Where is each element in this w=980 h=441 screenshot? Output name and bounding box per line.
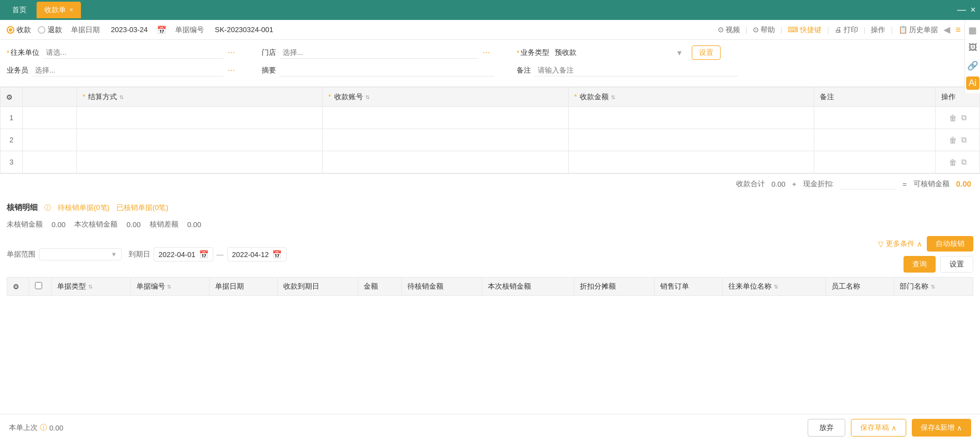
table-gear-th[interactable]: ⚙: [1, 88, 23, 107]
row-2-amount[interactable]: [568, 129, 814, 151]
verif-info-icon[interactable]: ⓘ: [44, 203, 51, 213]
due-to-input[interactable]: 2022-04-12 📅: [227, 247, 287, 261]
unchecked-value: 0.00: [52, 221, 65, 229]
sidebar-ai-icon[interactable]: Ai: [966, 76, 979, 90]
sort-icon-2[interactable]: ⇅: [611, 94, 615, 100]
save-draft-button[interactable]: 保存草稿 ∧: [851, 419, 906, 437]
discount-input[interactable]: [840, 178, 896, 189]
select-all-checkbox[interactable]: [35, 282, 42, 289]
running-total-info-icon[interactable]: ⓘ: [40, 423, 47, 433]
scroll-right-icon[interactable]: ≡: [956, 25, 961, 35]
receipt-radio[interactable]: 收款: [7, 25, 31, 35]
row-3-copy-icon[interactable]: ⧉: [961, 157, 967, 167]
query-btn[interactable]: 查询: [904, 256, 936, 273]
scroll-left-icon[interactable]: ◀: [943, 24, 950, 35]
row-1-remark[interactable]: [814, 107, 936, 129]
row-1-amount[interactable]: [568, 107, 814, 129]
print-btn[interactable]: 🖨 打印: [835, 25, 858, 35]
verif-sort-0[interactable]: ⇅: [88, 284, 93, 290]
due-to-cal-icon[interactable]: 📅: [272, 250, 282, 259]
row-2-payment[interactable]: [76, 129, 323, 151]
tab-home[interactable]: 首页: [4, 2, 34, 18]
auto-verify-btn[interactable]: 自动核销: [927, 236, 973, 252]
shortcut-btn[interactable]: ⌨ 快捷键: [788, 25, 821, 35]
staff-input[interactable]: [32, 64, 223, 76]
row-1-copy-icon[interactable]: ⧉: [961, 113, 967, 122]
row-3-num: 3: [1, 151, 23, 173]
store-more-btn[interactable]: ···: [478, 48, 494, 58]
verif-filter-row: 单据范围 ▼ 到期日 2022-04-01 📅 — 2022-04-: [7, 236, 973, 273]
sidebar-table-icon[interactable]: ▦: [966, 23, 979, 37]
receipt-table-container: ⚙ * 结算方式 ⇅ * 收款账号 ⇅ * 收款金额: [0, 87, 980, 194]
th-account: * 收款账号 ⇅: [323, 88, 569, 107]
sidebar-link-icon[interactable]: 🔗: [966, 59, 979, 72]
business-type-field: * 业务类型 预收款 ▼: [517, 48, 683, 58]
pending-tab[interactable]: 待核销单据(0笔): [58, 203, 110, 213]
remark-input[interactable]: [534, 64, 738, 76]
due-from-cal-icon[interactable]: 📅: [199, 250, 208, 259]
available-value: 0.00: [956, 180, 971, 188]
window-close-icon[interactable]: ×: [971, 5, 976, 15]
verif-check-th[interactable]: [29, 278, 52, 296]
done-tab[interactable]: 已核销单据(0笔): [116, 203, 169, 213]
form-row-2: 业务员 ··· 摘要 备注: [7, 64, 973, 76]
row-2-delete-icon[interactable]: 🗑: [949, 136, 957, 145]
row-1-payment[interactable]: [76, 107, 323, 129]
verif-gear-th[interactable]: ⚙: [7, 278, 29, 296]
verif-sort-9[interactable]: ⇅: [774, 284, 778, 290]
help-btn[interactable]: ⊙ 帮助: [753, 25, 775, 35]
verif-th-4: 金额: [358, 278, 401, 296]
row-3-amount[interactable]: [568, 151, 814, 173]
store-input[interactable]: [279, 47, 478, 59]
filter-left: 单据范围 ▼ 到期日 2022-04-01 📅 — 2022-04-: [7, 247, 878, 261]
due-from-input[interactable]: 2022-04-01 📅: [154, 247, 213, 261]
verif-set-btn[interactable]: 设置: [940, 256, 973, 273]
row-2-copy-icon[interactable]: ⧉: [961, 135, 967, 145]
history-btn[interactable]: 📋 历史单据: [899, 25, 938, 35]
row-1-delete-icon[interactable]: 🗑: [949, 114, 957, 122]
table-row: 2 🗑 ⧉: [1, 129, 980, 151]
verif-sort-1[interactable]: ⇅: [167, 284, 171, 290]
bottom-left: 本单上次 ⓘ 0.00: [9, 423, 63, 433]
tab-bar: 首页 收款单 × — ×: [0, 0, 980, 20]
tab-receipt[interactable]: 收款单 ×: [37, 2, 81, 18]
video-btn[interactable]: ⊙ 视频: [718, 25, 740, 35]
row-2-remark[interactable]: [814, 129, 936, 151]
num-value: SK-20230324-001: [215, 25, 274, 34]
sort-icon-0[interactable]: ⇅: [119, 94, 124, 100]
staff-more-btn[interactable]: ···: [223, 65, 239, 75]
row-3-delete-icon[interactable]: 🗑: [949, 158, 957, 167]
store-field: 门店 ···: [262, 47, 494, 59]
row-3-remark[interactable]: [814, 151, 936, 173]
refund-radio[interactable]: 退款: [38, 25, 62, 35]
receipt-label: 收款: [17, 25, 31, 35]
verif-th-9: 往来单位名称 ⇅: [723, 278, 826, 296]
summary-input[interactable]: [279, 64, 494, 76]
th-row-num: [23, 88, 77, 107]
tab-close-icon[interactable]: ×: [69, 6, 73, 14]
biz-chevron-icon[interactable]: ▼: [676, 49, 683, 57]
range-select[interactable]: ▼: [39, 248, 122, 260]
row-1-account[interactable]: [323, 107, 569, 129]
abandon-button[interactable]: 放弃: [808, 419, 845, 437]
row-3-payment[interactable]: [76, 151, 323, 173]
settings-button[interactable]: 设置: [692, 45, 721, 60]
sidebar-image-icon[interactable]: 🖼: [966, 41, 979, 54]
ops-btn[interactable]: 操作: [871, 25, 885, 35]
row-3-account[interactable]: [323, 151, 569, 173]
sort-icon-1[interactable]: ⇅: [365, 94, 370, 100]
window-minimize-icon[interactable]: —: [957, 5, 966, 15]
more-cond-btn[interactable]: ▽ 更多条件 ∧: [878, 239, 922, 249]
verif-sort-11[interactable]: ⇅: [931, 284, 935, 290]
more-cond-chevron: ∧: [917, 240, 922, 248]
verif-th-7: 折扣分摊额: [574, 278, 655, 296]
sep5: |: [891, 25, 892, 34]
calendar-icon[interactable]: 📅: [157, 25, 166, 34]
counterpart-more-btn[interactable]: ···: [223, 48, 239, 58]
save-new-button[interactable]: 保存&新增 ∧: [912, 419, 971, 437]
counterpart-input[interactable]: [43, 47, 223, 59]
row-2-account[interactable]: [323, 129, 569, 151]
receipt-table-body: 1 🗑 ⧉ 2: [1, 107, 980, 173]
current-value: 0.00: [126, 221, 140, 229]
available-label: 可核销金额: [913, 179, 950, 189]
